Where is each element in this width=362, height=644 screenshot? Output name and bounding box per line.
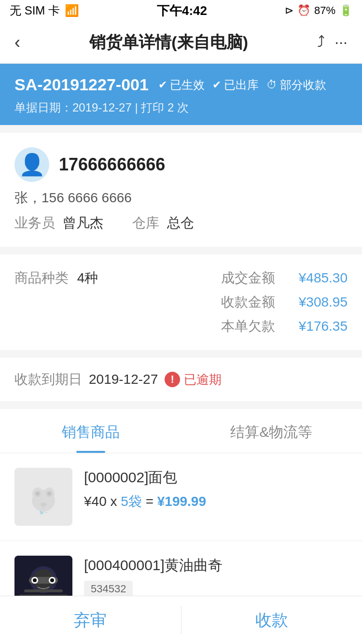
overdue-badge: ! 已逾期 — [165, 371, 222, 388]
status-shipped-label: 已出库 — [224, 77, 259, 93]
due-date-value: 2019-12-27 — [89, 372, 158, 387]
deal-amount-label: 成交金额 — [221, 269, 275, 287]
amount-fields: 成交金额 ¥485.30 收款金额 ¥308.95 本单欠款 ¥176.35 — [221, 269, 348, 336]
svg-point-17 — [50, 578, 54, 582]
received-amount-value: ¥308.95 — [285, 294, 348, 310]
warehouse-field: 仓库 总仓 — [132, 214, 194, 232]
svg-point-16 — [33, 578, 37, 582]
more-icon[interactable]: ··· — [334, 33, 348, 51]
staff-label: 业务员 — [14, 215, 55, 230]
owed-amount-row: 本单欠款 ¥176.35 — [221, 317, 348, 336]
deal-amount-value: ¥485.30 — [285, 270, 348, 286]
customer-phone-number: 17666666666 — [59, 154, 165, 175]
nav-actions: ⤴ ··· — [317, 33, 348, 51]
tab-products[interactable]: 销售商品 — [0, 409, 181, 453]
customer-meta: 业务员 曾凡杰 仓库 总仓 — [14, 214, 348, 232]
tabs-section: 销售商品 结算&物流等 — [0, 409, 362, 453]
received-amount-row: 收款金额 ¥308.95 — [221, 293, 348, 311]
status-shipped: ✔ 已出库 — [212, 77, 259, 93]
owed-amount-value: ¥176.35 — [285, 319, 348, 334]
status-effective: ✔ 已生效 — [158, 77, 205, 93]
clock-icon: ⏱ — [266, 79, 277, 91]
staff-field: 业务员 曾凡杰 — [14, 214, 103, 232]
product-info-1: [0000002]面包 ¥40 x 5袋 = ¥199.99 — [84, 468, 348, 511]
user-icon: 👤 — [19, 152, 45, 177]
back-button[interactable]: ‹ — [14, 32, 20, 53]
status-time: 下午4:42 — [157, 2, 207, 19]
status-left: 无 SIM 卡 📶 — [10, 3, 79, 18]
status-bar: 无 SIM 卡 📶 下午4:42 ⊳ ⏰ 87% 🔋 — [0, 0, 362, 21]
customer-section: 👤 17666666666 张，156 6666 6666 业务员 曾凡杰 仓库… — [0, 133, 362, 247]
avatar: 👤 — [14, 147, 49, 182]
status-effective-label: 已生效 — [170, 77, 205, 93]
nav-bar: ‹ 销货单详情(来自电脑) ⤴ ··· — [0, 21, 362, 64]
status-partial: ⏱ 部分收款 — [266, 77, 326, 93]
share-icon[interactable]: ⤴ — [317, 33, 325, 51]
bottom-bar: 弃审 收款 — [0, 596, 362, 644]
due-date-label: 收款到期日 — [14, 370, 82, 389]
product-type-label: 商品种类 — [14, 270, 69, 285]
warehouse-value: 总仓 — [167, 215, 194, 230]
product-thumbnail-1: 🐦+ — [14, 468, 72, 526]
product-type-field: 商品种类 4种 — [14, 269, 98, 287]
price-base-1: ¥40 x — [84, 494, 121, 509]
summary-section: 商品种类 4种 成交金额 ¥485.30 收款金额 ¥308.95 本单欠款 ¥… — [0, 254, 362, 350]
svg-rect-18 — [24, 589, 63, 592]
alarm-icon: ⏰ — [297, 4, 310, 17]
doc-date: 单据日期：2019-12-27 | 打印 2 次 — [14, 100, 348, 115]
svg-point-6 — [48, 492, 51, 495]
status-right: ⊳ ⏰ 87% 🔋 — [285, 4, 352, 17]
order-id: SA-20191227-001 — [14, 75, 149, 94]
customer-name-phone: 张，156 6666 6666 — [14, 189, 348, 207]
overdue-warning-icon: ! — [165, 372, 180, 387]
customer-top: 👤 17666666666 — [14, 147, 348, 182]
owed-amount-label: 本单欠款 — [221, 317, 275, 336]
tabs-row: 销售商品 结算&物流等 — [0, 409, 362, 453]
warehouse-label: 仓库 — [132, 215, 159, 230]
header-banner: SA-20191227-001 ✔ 已生效 ✔ 已出库 ⏱ 部分收款 单据日期：… — [0, 64, 362, 125]
list-item: 🐦+ [0000002]面包 ¥40 x 5袋 = ¥199.99 — [0, 453, 362, 540]
status-tags: ✔ 已生效 ✔ 已出库 ⏱ 部分收款 — [158, 77, 326, 93]
status-partial-label: 部分收款 — [280, 77, 326, 93]
svg-text:🐦+: 🐦+ — [39, 510, 48, 516]
battery-label: 87% — [314, 4, 335, 17]
tab-settlement[interactable]: 结算&物流等 — [181, 409, 362, 453]
check-icon-1: ✔ — [158, 79, 167, 91]
banner-top: SA-20191227-001 ✔ 已生效 ✔ 已出库 ⏱ 部分收款 — [14, 75, 348, 94]
price-eq-1: = — [142, 494, 157, 509]
product-price-1: ¥40 x 5袋 = ¥199.99 — [84, 492, 348, 511]
battery-icon: 🔋 — [339, 4, 352, 17]
product-name-2: [000400001]黄油曲奇 — [84, 556, 348, 575]
deal-amount-row: 成交金额 ¥485.30 — [221, 269, 348, 287]
price-qty-1: 5袋 — [121, 494, 142, 509]
product-type-value: 4种 — [77, 270, 98, 285]
check-icon-2: ✔ — [212, 79, 221, 91]
price-total-1: ¥199.99 — [157, 494, 206, 509]
due-date-section: 收款到期日 2019-12-27 ! 已逾期 — [0, 358, 362, 401]
svg-point-7 — [41, 503, 47, 506]
product-name-1: [0000002]面包 — [84, 468, 348, 488]
abandon-review-button[interactable]: 弃审 — [0, 596, 181, 644]
wifi-icon: 📶 — [65, 4, 79, 17]
page-title: 销货单详情(来自电脑) — [89, 31, 248, 54]
sim-label: 无 SIM 卡 — [10, 3, 60, 18]
location-icon: ⊳ — [285, 4, 293, 17]
collect-payment-button[interactable]: 收款 — [181, 596, 362, 644]
svg-point-5 — [36, 492, 39, 495]
product-badge-2: 534532 — [84, 581, 133, 597]
overdue-text: 已逾期 — [184, 371, 222, 388]
staff-value: 曾凡杰 — [63, 215, 103, 230]
received-amount-label: 收款金额 — [221, 293, 275, 311]
